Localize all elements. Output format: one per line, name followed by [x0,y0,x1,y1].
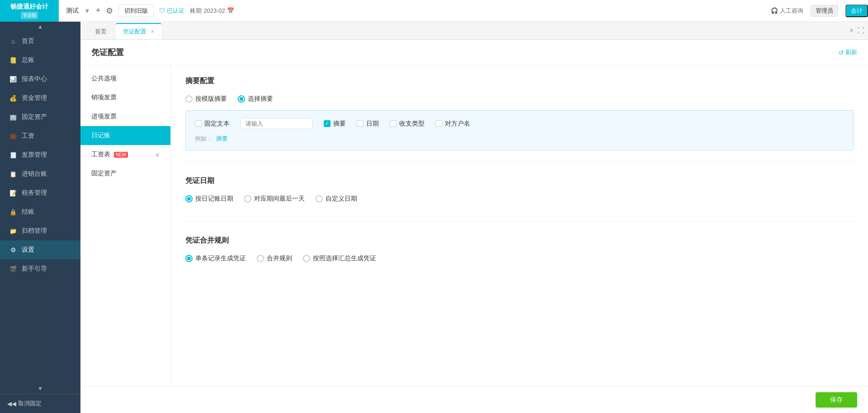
sidebar-label-trade: 进销台账 [22,170,47,178]
left-nav-label-public: 公共选项 [91,75,117,82]
date-radio-last-label: 对应期间最后一天 [254,195,305,203]
left-nav-item-journal[interactable]: 日记账 [80,126,170,145]
page-header: 凭证配置 ↺ 刷新 [80,40,868,66]
date-radio-journal[interactable]: 按日记账日期 [185,195,233,203]
sidebar-menu: ⌂ 首页 📒 总账 📊 报表中心 💰 资金管理 [0,32,80,384]
page-title: 凭证配置 [91,47,124,58]
tabs-bar: 首页 凭证配置 × × ⛶ [80,22,868,40]
sidebar-label-settings: 设置 [22,246,34,254]
sidebar-item-report[interactable]: 📊 报表中心 [0,70,80,89]
sidebar-item-settings[interactable]: ⚙ 设置 [0,240,80,259]
date-radio-custom-label: 自定义日期 [326,195,357,203]
fixed-text-input[interactable] [241,118,313,129]
date-radio-last[interactable]: 对应期间最后一天 [244,195,305,203]
add-icon[interactable]: + [96,6,101,15]
summary-checkbox[interactable]: ✓ 摘要 [324,120,346,128]
save-button[interactable]: 保存 [816,392,857,408]
sidebar-item-home[interactable]: ⌂ 首页 [0,32,80,51]
left-nav-label-payroll: 工资表 NEW [91,150,128,159]
settings-icon[interactable]: ⚙ [106,6,113,16]
refresh-icon: ↺ [839,49,844,56]
sidebar-item-archive[interactable]: 📁 归档管理 [0,221,80,240]
income-type-checkbox[interactable]: 收支类型 [390,120,425,128]
sidebar-bottom: ◀◀ 取消固定 [0,394,80,413]
cancel-fixed-label: 取消固定 [18,399,42,408]
merge-section-title: 凭证合并规则 [185,236,854,245]
sidebar-label-asset: 固定资产 [22,113,47,121]
guide-icon: 🎬 [9,265,17,273]
summary-radio-select-circle [238,95,245,103]
refresh-button[interactable]: ↺ 刷新 [839,48,857,56]
chevron-left-icon: ◀◀ [7,400,16,407]
merge-radio-single[interactable]: 单条记录生成凭证 [185,254,246,263]
summary-checkbox-box: ✓ [324,120,330,127]
sidebar-item-fund[interactable]: 💰 资金管理 [0,89,80,108]
date-checkbox-box [357,120,363,127]
left-nav-item-sales-invoice[interactable]: 销项发票 [80,88,170,107]
summary-checkbox-label: 摘要 [333,120,346,128]
sidebar-item-asset[interactable]: 🏢 固定资产 [0,108,80,127]
left-nav-item-public[interactable]: 公共选项 [80,69,170,88]
dropdown-icon[interactable]: ▼ [84,7,90,14]
sidebar: ▲ ⌂ 首页 📒 总账 📊 报表中心 💰 [0,22,80,413]
merge-section: 凭证合并规则 单条记录生成凭证 合并规则 [185,236,854,281]
consult-button[interactable]: 🎧 人工咨询 [771,7,803,15]
settings-sidebar-icon: ⚙ [9,246,17,254]
logo-area: 畅捷通好会计 专业版 [0,0,59,22]
fixed-text-checkbox[interactable]: 固定文本 [195,120,230,128]
sidebar-item-salary[interactable]: 💼 工资 [0,127,80,145]
merge-radio-aggregate[interactable]: 按照选择汇总生成凭证 [303,254,376,263]
merge-radio-aggregate-circle [303,255,310,262]
accountant-button[interactable]: 会计 [845,5,868,17]
date-checkbox[interactable]: 日期 [357,120,379,128]
sidebar-label-archive: 归档管理 [22,227,47,235]
report-icon: 📊 [9,75,17,83]
shield-icon: 🛡 [159,7,165,14]
close-window-icon[interactable]: × [849,27,854,35]
scroll-up-arrow[interactable]: ▲ [0,22,80,32]
left-nav-item-fixed-asset[interactable]: 固定资产 [80,164,170,183]
home-icon: ⌂ [9,37,17,45]
summary-radio-select[interactable]: 选择摘要 [238,95,273,103]
top-nav: 测试 ▼ + ⚙ 切到旧版 🛡 已认证 账期 2023-02 📅 [59,5,771,17]
consult-label: 人工咨询 [780,7,803,15]
sidebar-item-guide[interactable]: 🎬 新手引导 [0,259,80,278]
left-nav: 公共选项 销项发票 进项发票 日记账 [80,66,171,413]
sidebar-item-close-account[interactable]: 🔒 结账 [0,202,80,221]
date-radio-group: 按日记账日期 对应期间最后一天 自定义日期 [185,195,854,203]
sidebar-item-trade[interactable]: 📋 进销台账 [0,164,80,183]
date-section-title: 凭证日期 [185,176,854,186]
calendar-icon[interactable]: 📅 [227,7,234,14]
tab-voucher-config[interactable]: 凭证配置 × [116,23,161,39]
ledger-icon: 📒 [9,56,17,64]
example-prefix: 例如： [195,135,212,142]
sidebar-item-ledger[interactable]: 📒 总账 [0,51,80,70]
close-account-icon: 🔒 [9,208,17,216]
tab-voucher-label: 凭证配置 [123,28,146,35]
left-nav-item-payroll[interactable]: 工资表 NEW ∨ [80,145,170,164]
summary-radio-template[interactable]: 按模版摘要 [185,95,227,103]
save-bar: 保存 [80,386,868,413]
left-nav-label-fixed-asset: 固定资产 [91,169,117,177]
merge-radio-rule[interactable]: 合并规则 [257,254,292,263]
tab-close-icon[interactable]: × [151,28,154,35]
counterpart-label: 对方户名 [445,120,470,128]
manager-button[interactable]: 管理员 [811,5,838,17]
left-nav-label-journal: 日记账 [91,131,110,139]
window-controls: × ⛶ [849,27,864,35]
scroll-down-arrow[interactable]: ▼ [0,384,80,394]
expand-window-icon[interactable]: ⛶ [857,27,864,35]
date-radio-custom[interactable]: 自定义日期 [316,195,357,203]
sidebar-item-invoice[interactable]: 🧾 发票管理 [0,145,80,164]
counterpart-checkbox[interactable]: 对方户名 [435,120,470,128]
tab-home[interactable]: 首页 [88,24,114,39]
left-nav-item-purchase-invoice[interactable]: 进项发票 [80,107,170,126]
sidebar-label-invoice: 发票管理 [22,151,47,159]
sidebar-label-ledger: 总账 [22,56,34,64]
date-radio-custom-circle [316,195,323,202]
cancel-fixed-button[interactable]: ◀◀ 取消固定 [7,399,73,408]
switch-old-btn[interactable]: 切到旧版 [118,5,154,17]
fixed-text-label: 固定文本 [204,120,230,128]
archive-icon: 📁 [9,227,17,235]
sidebar-item-tax[interactable]: 📝 税务管理 [0,183,80,202]
